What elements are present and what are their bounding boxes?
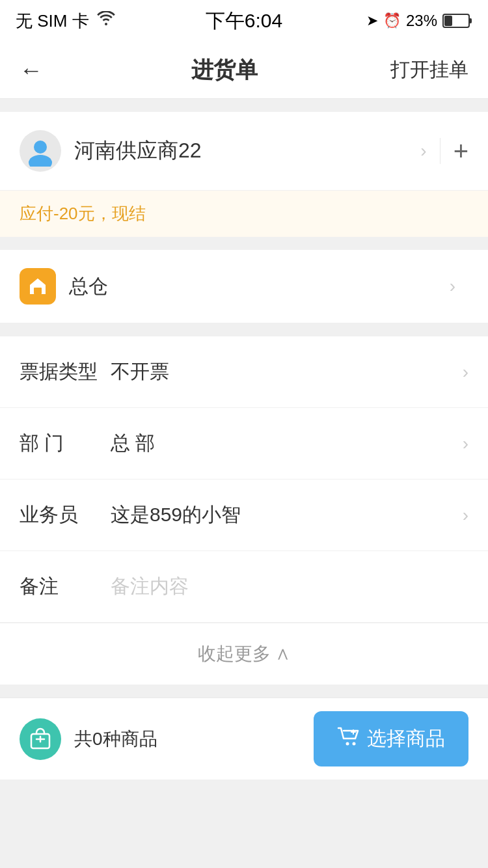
svg-point-3 <box>34 141 47 154</box>
notice-bar: 应付-20元，现结 <box>0 191 488 237</box>
supplier-row[interactable]: 河南供应商22 › + <box>0 112 488 191</box>
warehouse-row[interactable]: 总仓 › <box>0 250 488 323</box>
location-icon: ➤ <box>366 12 378 29</box>
collapse-label: 收起更多 ∧ <box>198 644 291 664</box>
battery-icon <box>442 14 472 28</box>
warehouse-name: 总仓 <box>69 273 450 300</box>
wifi-icon <box>96 11 116 31</box>
section-gap-3 <box>0 323 488 336</box>
ticket-type-chevron-icon: › <box>463 362 468 383</box>
warehouse-section: 总仓 › <box>0 250 488 323</box>
form-section: 票据类型 不开票 › 部 门 总 部 › 业务员 这是859的小智 › 备注 备… <box>0 336 488 685</box>
svg-rect-1 <box>444 16 452 26</box>
supplier-name: 河南供应商22 <box>74 137 420 165</box>
battery-percent: 23% <box>406 12 437 30</box>
collapse-row[interactable]: 收起更多 ∧ <box>0 623 488 685</box>
ticket-type-value: 不开票 <box>98 359 456 385</box>
nav-bar: ← 进货单 打开挂单 <box>0 42 488 99</box>
remark-row[interactable]: 备注 备注内容 <box>0 551 488 623</box>
warehouse-icon <box>20 268 56 305</box>
product-icon <box>20 718 61 760</box>
status-time: 下午6:04 <box>206 8 282 34</box>
select-product-label: 选择商品 <box>367 726 445 752</box>
svg-rect-2 <box>469 18 472 23</box>
section-gap-2 <box>0 237 488 250</box>
department-value: 总 部 <box>98 430 456 457</box>
section-gap-4 <box>0 685 488 698</box>
salesperson-chevron-icon: › <box>463 505 468 526</box>
select-product-button[interactable]: 选择商品 <box>314 711 468 766</box>
cart-icon <box>337 727 360 751</box>
ticket-type-row[interactable]: 票据类型 不开票 › <box>0 336 488 408</box>
remark-placeholder: 备注内容 <box>98 573 468 600</box>
department-label: 部 门 <box>20 430 98 457</box>
carrier-text: 无 SIM 卡 <box>16 10 89 33</box>
open-hang-button[interactable]: 打开挂单 <box>390 57 468 83</box>
supplier-chevron-icon: › <box>420 141 426 161</box>
page-title: 进货单 <box>191 55 258 85</box>
status-left: 无 SIM 卡 <box>16 10 116 33</box>
remark-label: 备注 <box>20 573 98 600</box>
alarm-icon: ⏰ <box>383 12 401 29</box>
svg-point-7 <box>346 742 349 746</box>
svg-rect-5 <box>34 288 42 294</box>
notice-text: 应付-20元，现结 <box>20 204 146 223</box>
page-footer-bg <box>0 780 488 868</box>
back-button[interactable]: ← <box>20 57 59 84</box>
bottom-bar: 共0种商品 选择商品 <box>0 698 488 780</box>
svg-point-8 <box>353 742 356 746</box>
department-row[interactable]: 部 门 总 部 › <box>0 408 488 480</box>
status-bar: 无 SIM 卡 下午6:04 ➤ ⏰ 23% <box>0 0 488 42</box>
department-chevron-icon: › <box>463 433 468 454</box>
supplier-avatar <box>20 130 61 172</box>
product-count-text: 共0种商品 <box>74 727 301 752</box>
supplier-add-button[interactable]: + <box>440 138 468 164</box>
section-gap-1 <box>0 99 488 112</box>
warehouse-chevron-icon: › <box>450 276 455 297</box>
svg-point-4 <box>29 155 52 167</box>
salesperson-label: 业务员 <box>20 502 98 528</box>
salesperson-value: 这是859的小智 <box>98 502 456 528</box>
supplier-section: 河南供应商22 › + 应付-20元，现结 <box>0 112 488 237</box>
status-right: ➤ ⏰ 23% <box>366 12 472 30</box>
salesperson-row[interactable]: 业务员 这是859的小智 › <box>0 480 488 551</box>
ticket-type-label: 票据类型 <box>20 359 98 385</box>
